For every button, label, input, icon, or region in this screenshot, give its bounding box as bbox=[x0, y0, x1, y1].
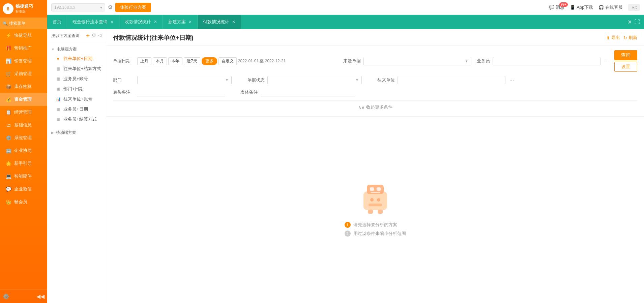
search-menu[interactable]: 🔍 搜索菜单 bbox=[0, 18, 47, 29]
sidebar-nav: ⚡ 快捷导航 🎁 营销推广 📊 销售管理 🛒 采购管理 📦 库存核算 💰 资金管… bbox=[0, 29, 47, 290]
operation-icon: 📋 bbox=[5, 109, 11, 115]
sidebar-item-operation[interactable]: 📋 经营管理 bbox=[0, 106, 47, 119]
tab-payment-close[interactable]: ✕ bbox=[232, 20, 235, 24]
topbar-right: 💬 消息 99+ 📱 App下载 🎧 在线客服 Rit bbox=[549, 4, 640, 11]
sidebar-item-collab[interactable]: 🏢 企业协同 bbox=[0, 144, 47, 157]
query-btn[interactable]: 查询 bbox=[614, 50, 637, 60]
tab-payment[interactable]: 付款情况统计 ✕ bbox=[198, 15, 241, 29]
scheme-item-dept-date[interactable]: ▦ 部门+日期 bbox=[47, 84, 106, 94]
page-header-actions: ⬆ 导出 ↻ 刷新 bbox=[606, 35, 637, 41]
sidebar-item-marketing[interactable]: 🎁 营销推广 bbox=[0, 42, 47, 55]
sidebar-item-sales[interactable]: 📊 销售管理 bbox=[0, 55, 47, 67]
tab-cashflow-close[interactable]: ✕ bbox=[110, 20, 114, 24]
scheme-panel: 按以下方案查询 + ⚙ ◁ ▼ 电脑端方案 ● 往来单位+日期 ▦ bbox=[47, 29, 106, 303]
scheme-table-icon-2: ▦ bbox=[55, 76, 61, 82]
collapse-sidebar-btn[interactable]: ◀◀ bbox=[36, 293, 45, 300]
sidebar-item-basic[interactable]: 🗂 基础信息 bbox=[0, 119, 47, 131]
expand-tab-btn[interactable]: ⛶ bbox=[635, 19, 640, 25]
more-btn[interactable]: 更多 bbox=[202, 57, 217, 65]
topbar-left: 192.168.x.x ▼ ⚙ 体验行业方案 bbox=[51, 3, 546, 12]
sidebar-item-member[interactable]: 👑 畅会员 bbox=[0, 195, 47, 208]
scheme-mobile-group-header[interactable]: ▶ 移动端方案 bbox=[47, 128, 106, 137]
last7-btn[interactable]: 近7天 bbox=[184, 57, 200, 65]
staff-select[interactable] bbox=[493, 57, 601, 65]
tab-receipt-close[interactable]: ✕ bbox=[154, 20, 157, 24]
collapse-more-bar: ∧∧ 收起更多条件 bbox=[113, 100, 637, 112]
sidebar-item-system[interactable]: ⚙️ 系统管理 bbox=[0, 131, 47, 144]
search-icon: 🔍 bbox=[3, 21, 8, 26]
scheme-item-party-date[interactable]: ● 往来单位+日期 bbox=[47, 54, 106, 64]
scheme-item-staff-date[interactable]: ▦ 业务员+日期 bbox=[47, 104, 106, 114]
tab-new-scheme-close[interactable]: ✕ bbox=[188, 20, 192, 24]
sidebar: 6 畅捷通巧 标准版 🔍 搜索菜单 ⚡ 快捷导航 🎁 营销推广 📊 销售管理 🛒… bbox=[0, 0, 47, 303]
sales-icon: 📊 bbox=[5, 58, 11, 64]
sidebar-item-purchase[interactable]: 🛒 采购管理 bbox=[0, 67, 47, 80]
sidebar-item-wechat[interactable]: 💬 企业微信 bbox=[0, 183, 47, 195]
svg-rect-3 bbox=[377, 187, 381, 191]
current-year-btn[interactable]: 本年 bbox=[168, 57, 182, 65]
svg-rect-7 bbox=[369, 204, 382, 206]
address-chevron-icon: ▼ bbox=[99, 5, 103, 9]
counterparty-dots-btn[interactable]: ··· bbox=[509, 77, 514, 83]
sidebar-item-guide[interactable]: 🌟 新手引导 bbox=[0, 157, 47, 170]
sidebar-item-shortcut[interactable]: ⚡ 快捷导航 bbox=[0, 29, 47, 42]
voucher-status-select[interactable]: ▼ bbox=[267, 76, 362, 84]
source-filter: 来源单据 ▼ bbox=[343, 57, 471, 65]
sidebar-logo[interactable]: 6 畅捷通巧 标准版 bbox=[0, 0, 47, 18]
message-btn[interactable]: 💬 消息 99+ bbox=[549, 4, 564, 10]
scheme-add-btn[interactable]: + bbox=[86, 32, 90, 39]
scheme-item-staff-settle[interactable]: ▦ 业务员+结算方式 bbox=[47, 114, 106, 124]
logo-text-block: 畅捷通巧 标准版 bbox=[16, 4, 33, 14]
scheme-item-party-settle[interactable]: ▦ 往来单位+结算方式 bbox=[47, 64, 106, 74]
custom-btn[interactable]: 自定义 bbox=[218, 57, 237, 65]
scheme-item-party-account[interactable]: 📊 往来单位+账号 bbox=[47, 94, 106, 104]
collapse-more-btn[interactable]: ∧∧ 收起更多条件 bbox=[358, 104, 392, 110]
settings-bottom-btn[interactable]: ⚙️ bbox=[3, 293, 9, 300]
sidebar-item-inventory[interactable]: 📦 库存核算 bbox=[0, 80, 47, 93]
dept-select[interactable]: ▼ bbox=[137, 76, 232, 84]
refresh-btn[interactable]: ↻ 刷新 bbox=[623, 35, 637, 41]
setting-btn[interactable]: 设置 bbox=[614, 62, 637, 72]
current-month-btn[interactable]: 本月 bbox=[153, 57, 167, 65]
scheme-item-staff-account[interactable]: ▦ 业务员+账号 bbox=[47, 74, 106, 84]
last-month-btn[interactable]: 上月 bbox=[137, 57, 151, 65]
basic-icon: 🗂 bbox=[5, 122, 11, 128]
scheme-panel-header: 按以下方案查询 + ⚙ ◁ bbox=[47, 29, 106, 43]
counterparty-select[interactable] bbox=[398, 76, 505, 84]
sidebar-item-hardware[interactable]: 💻 智能硬件 bbox=[0, 170, 47, 183]
app-download-btn[interactable]: 📱 App下载 bbox=[570, 4, 593, 10]
table-body-note-input[interactable] bbox=[261, 88, 355, 96]
tab-home[interactable]: 首页 bbox=[47, 15, 67, 29]
inventory-icon: 📦 bbox=[5, 84, 11, 90]
filter-row-3: 表头备注 表体备注 bbox=[113, 88, 637, 96]
gear-icon[interactable]: ⚙ bbox=[108, 4, 113, 10]
address-bar[interactable]: 192.168.x.x ▼ bbox=[51, 3, 105, 11]
counterparty-label: 往来单位 bbox=[377, 77, 395, 83]
source-select[interactable]: ▼ bbox=[363, 57, 471, 65]
close-all-tabs-btn[interactable]: ✕ bbox=[627, 19, 632, 25]
table-head-note-input[interactable] bbox=[137, 88, 225, 96]
staff-dots-btn[interactable]: ··· bbox=[605, 58, 609, 64]
logo-subtitle: 标准版 bbox=[16, 9, 33, 14]
scheme-pc-group-header[interactable]: ▼ 电脑端方案 bbox=[47, 45, 106, 54]
svg-point-5 bbox=[370, 198, 374, 202]
scheme-collapse-btn[interactable]: ◁ bbox=[98, 32, 102, 39]
scheme-mobile-group: ▶ 移动端方案 bbox=[47, 126, 106, 139]
trial-btn[interactable]: 体验行业方案 bbox=[115, 3, 151, 12]
tab-receipt[interactable]: 收款情况统计 ✕ bbox=[119, 15, 163, 29]
sidebar-item-finance[interactable]: 💰 资金管理 bbox=[0, 93, 47, 106]
export-btn[interactable]: ⬆ 导出 bbox=[606, 35, 620, 41]
scheme-setting-btn[interactable]: ⚙ bbox=[92, 32, 96, 39]
finance-icon: 💰 bbox=[5, 96, 11, 102]
date-btn-group: 上月 本月 本年 近7天 更多 自定义 2022-01-01 至 2022-12… bbox=[137, 57, 286, 65]
avatar[interactable]: Rit bbox=[628, 4, 640, 11]
tab-cashflow[interactable]: 现金银行流水查询 ✕ bbox=[67, 15, 119, 29]
address-text: 192.168.x.x bbox=[54, 5, 75, 10]
tab-new-scheme[interactable]: 新建方案 ✕ bbox=[163, 15, 198, 29]
empty-tip-2: 2 用过滤条件来缩小分析范围 bbox=[345, 231, 406, 237]
table-head-note-label: 表头备注 bbox=[113, 89, 132, 95]
filter-actions: 查询 设置 bbox=[614, 50, 637, 72]
refresh-icon: ↻ bbox=[623, 35, 627, 40]
mobile-group-arrow-icon: ▶ bbox=[51, 131, 54, 134]
service-btn[interactable]: 🎧 在线客服 bbox=[598, 4, 623, 10]
